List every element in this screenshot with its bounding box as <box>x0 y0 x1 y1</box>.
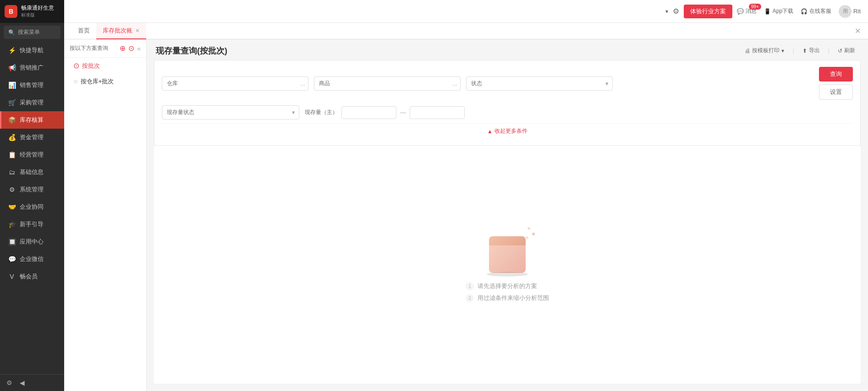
sidebar-label-system: 系统管理 <box>20 185 44 194</box>
sidebar-item-member[interactable]: V 畅会员 <box>0 268 64 285</box>
quantity-to-input[interactable] <box>410 106 465 119</box>
filter-settings-icon[interactable]: ⊙ <box>128 44 134 53</box>
inventory-status-filter[interactable]: 现存量状态 ▾ <box>162 105 299 119</box>
status-label: 状态 <box>467 77 487 90</box>
print-template-btn[interactable]: 🖨 按模板打印 ▾ <box>741 45 788 56</box>
sidebar-item-wechat[interactable]: 💬 企业微信 <box>0 250 64 268</box>
quantity-dash: — <box>400 109 406 116</box>
tab-panel-close-icon[interactable]: ✕ <box>855 27 861 35</box>
inventory-status-input[interactable] <box>199 107 288 119</box>
query-button[interactable]: 查询 <box>819 67 853 81</box>
filter-by-batch-radio: ⊙ <box>73 61 79 70</box>
sidebar-label-shortcut: 快捷导航 <box>20 46 44 54</box>
empty-dot-3 <box>526 236 528 239</box>
tab-inventory-batch[interactable]: 库存批次账 ✕ <box>96 23 146 39</box>
empty-dot-1 <box>527 227 530 230</box>
page-action-divider-1: | <box>792 47 794 54</box>
sidebar-item-apps[interactable]: 🔲 应用中心 <box>0 233 64 250</box>
sidebar-item-enterprise[interactable]: 🤝 企业协同 <box>0 198 64 216</box>
warehouse-dots[interactable]: ... <box>297 80 308 87</box>
status-arrow-icon[interactable]: ▾ <box>602 80 612 87</box>
sidebar-header: B 畅康通好生意 标准版 <box>0 0 64 23</box>
sidebar-item-purchase[interactable]: 🛒 采购管理 <box>0 94 64 111</box>
user-avatar: 用 <box>839 5 852 18</box>
page-actions: 🖨 按模板打印 ▾ | ⬆ 导出 | ↺ 刷新 <box>741 45 859 56</box>
refresh-label: 刷新 <box>844 47 855 54</box>
message-badge: 99+ <box>749 4 761 10</box>
trial-btn[interactable]: 体验行业方案 <box>684 5 732 18</box>
export-label: 导出 <box>809 47 820 54</box>
sidebar-label-marketing: 营销推广 <box>20 64 44 72</box>
sidebar-item-operation[interactable]: 📋 经营管理 <box>0 146 64 163</box>
breadcrumb-text <box>71 7 93 15</box>
filter-item-by-warehouse-batch[interactable]: ○ 按仓库+批次 <box>64 74 146 89</box>
filter-add-icon[interactable]: ⊕ <box>120 44 126 53</box>
tab-close-icon[interactable]: ✕ <box>135 27 140 34</box>
empty-illustration <box>480 227 535 273</box>
search-menu-label: 搜索菜单 <box>18 28 40 36</box>
warehouse-filter[interactable]: 仓库 ... <box>162 76 308 91</box>
quantity-from-input[interactable] <box>341 106 396 119</box>
topbar-settings-icon[interactable]: ⚙ <box>673 7 679 16</box>
product-filter[interactable]: 商品 ... <box>314 76 461 91</box>
product-dots[interactable]: ... <box>450 80 460 87</box>
filter-area: 仓库 ... 商品 ... 状态 ▾ 查询 <box>154 60 861 146</box>
basic-icon: 🗂 <box>8 168 16 176</box>
empty-state: 1 请先选择要分析的方案 2 用过滤条件来缩小分析范围 <box>154 146 861 384</box>
inventory-status-arrow[interactable]: ▾ <box>288 109 299 116</box>
warehouse-input[interactable] <box>182 77 297 89</box>
sidebar-label-sales: 销售管理 <box>20 81 44 89</box>
tab-home-label: 首页 <box>78 27 90 35</box>
status-input[interactable] <box>487 77 602 89</box>
sidebar-label-inventory: 库存核算 <box>20 116 44 124</box>
topbar-messages[interactable]: 💬 消息 99+ <box>737 7 757 15</box>
content-area: 按以下方案查询 ⊕ ⊙ « ⊙ 按批次 ○ 按仓库+批次 <box>64 39 868 391</box>
sidebar-item-basic[interactable]: 🗂 基础信息 <box>0 163 64 181</box>
topbar-online-service[interactable]: 🎧 在线客服 <box>801 7 831 15</box>
filter-panel-header: 按以下方案查询 ⊕ ⊙ « <box>64 39 146 58</box>
hint-num-1: 1 <box>466 282 474 290</box>
tab-home[interactable]: 首页 <box>71 23 96 39</box>
sidebar-item-inventory[interactable]: 📦 库存核算 <box>0 111 64 129</box>
collapse-more-btn[interactable]: ▲ 收起更多条件 <box>162 123 853 139</box>
sidebar-label-member: 畅会员 <box>20 272 38 281</box>
topbar-user[interactable]: 用 Rit <box>839 5 861 18</box>
sidebar-item-guide[interactable]: 🎓 新手引导 <box>0 216 64 233</box>
footer-collapse-icon[interactable]: ◀ <box>20 379 25 386</box>
app-company: 畅康通好生意 <box>21 5 54 12</box>
sidebar-label-operation: 经营管理 <box>20 151 44 159</box>
product-input[interactable] <box>335 77 450 89</box>
inventory-icon: 📦 <box>8 116 16 124</box>
search-menu[interactable]: 🔍 搜索菜单 <box>4 26 60 39</box>
sidebar-item-shortcut[interactable]: ⚡ 快捷导航 <box>0 42 64 59</box>
footer-settings-icon[interactable]: ⚙ <box>6 379 12 386</box>
filter-collapse-icon[interactable]: « <box>137 45 141 52</box>
tabbar: 首页 库存批次账 ✕ ✕ <box>64 23 868 39</box>
message-icon: 💬 <box>737 8 744 15</box>
topbar-dropdown-icon[interactable]: ▾ <box>665 8 668 15</box>
sidebar-item-system[interactable]: ⚙ 系统管理 <box>0 181 64 198</box>
page-action-divider-2: | <box>828 47 830 54</box>
enterprise-icon: 🤝 <box>8 203 16 211</box>
service-icon: 🎧 <box>801 8 808 15</box>
export-btn[interactable]: ⬆ 导出 <box>799 45 824 56</box>
app-info: 畅康通好生意 标准版 <box>21 5 54 18</box>
hint-text-1: 请先选择要分析的方案 <box>478 282 537 290</box>
main-content: 现存量查询(按批次) 🖨 按模板打印 ▾ | ⬆ 导出 | ↺ <box>147 39 868 391</box>
sidebar-item-sales[interactable]: 📊 销售管理 <box>0 76 64 94</box>
filter-item-by-batch[interactable]: ⊙ 按批次 <box>64 58 146 74</box>
sidebar-item-marketing[interactable]: 📢 营销推广 <box>0 59 64 76</box>
system-icon: ⚙ <box>8 185 16 194</box>
filter-by-warehouse-batch-label: 按仓库+批次 <box>81 77 114 86</box>
search-icon: 🔍 <box>8 29 15 36</box>
status-filter[interactable]: 状态 ▾ <box>466 76 613 91</box>
filter-sidebar: 按以下方案查询 ⊕ ⊙ « ⊙ 按批次 ○ 按仓库+批次 <box>64 39 147 391</box>
topbar-app-download[interactable]: 📱 App下载 <box>764 7 793 15</box>
refresh-btn[interactable]: ↺ 刷新 <box>834 45 859 56</box>
sidebar-footer: ⚙ ◀ <box>0 374 64 391</box>
sidebar-label-basic: 基础信息 <box>20 168 44 176</box>
sidebar-item-finance[interactable]: 💰 资金管理 <box>0 129 64 146</box>
print-dropdown-icon: ▾ <box>781 48 784 54</box>
settings-button[interactable]: 设置 <box>819 84 853 100</box>
sidebar-label-enterprise: 企业协同 <box>20 203 44 211</box>
